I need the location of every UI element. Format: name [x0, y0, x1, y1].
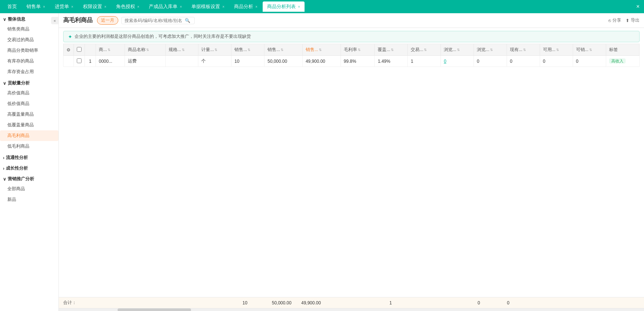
sidebar-item-low-value[interactable]: 低价值商品	[0, 98, 58, 109]
tab-role-close[interactable]: ×	[137, 5, 140, 9]
table-container: ⚙ 商...⇅ 商品名称⇅ 规格...⇅ 计量...⇅ 销售...⇅ 销售...…	[63, 44, 640, 297]
sidebar-item-stocked-goods[interactable]: 有库存的商品	[0, 56, 58, 66]
tab-template-close[interactable]: ×	[222, 5, 224, 9]
col-available-stock[interactable]: 可用...⇅	[540, 44, 573, 56]
tab-role[interactable]: 角色授权 ×	[112, 1, 144, 12]
chevron-right-icon: ›	[3, 155, 4, 160]
tab-product-analysis[interactable]: 商品分析 ×	[230, 1, 262, 12]
info-banner: ✦ 企业的主要的利润都是这部分商品创造的，可考虑加大推广，同时关注库存是不要出现…	[63, 31, 640, 42]
sidebar-item-stock-capital[interactable]: 库存资金占用	[0, 66, 58, 77]
tab-purchase-close[interactable]: ×	[71, 5, 73, 9]
sort-icon-transactions: ⇅	[424, 48, 427, 52]
tab-sales-close[interactable]: ×	[43, 5, 45, 9]
sidebar-item-high-coverage[interactable]: 高覆盖量商品	[0, 109, 58, 120]
select-all-checkbox[interactable]	[77, 47, 82, 52]
sidebar-item-low-coverage[interactable]: 低覆盖量商品	[0, 120, 58, 130]
cell-name: 运费	[125, 56, 165, 67]
tab-product-in[interactable]: 产成品入库单 ×	[144, 1, 186, 12]
col-sales-cost[interactable]: 销售...⇅	[302, 44, 341, 56]
tab-permission[interactable]: 权限设置 ×	[79, 1, 111, 12]
tab-purchase[interactable]: 进货单 ×	[50, 1, 78, 12]
footer-transactions: 1	[386, 300, 416, 305]
sidebar-item-category-rate[interactable]: 商品分类助销率	[0, 45, 58, 56]
tab-template[interactable]: 单据模板设置 ×	[187, 1, 229, 12]
search-input[interactable]	[125, 18, 183, 23]
content-header: 高毛利商品 近一月 🔍 ⎋ 分享 ⬆ 导出	[59, 13, 644, 28]
bottom-scrollbar[interactable]	[59, 308, 644, 311]
footer-sales-qty: 10	[240, 300, 269, 305]
cell-current-stock: 0	[507, 56, 540, 67]
cell-checkbox[interactable]	[74, 56, 85, 67]
sidebar-group-marketing[interactable]: ∨ 营销推广分析	[0, 173, 58, 184]
sidebar-item-all-goods[interactable]: 全部商品	[0, 184, 58, 194]
tab-product-analysis-list-close[interactable]: ×	[298, 5, 300, 9]
cell-spec	[165, 56, 198, 67]
col-code[interactable]: 商...⇅	[96, 44, 125, 56]
sidebar-group-contribution[interactable]: ∨ 贡献量分析	[0, 77, 58, 88]
col-transactions[interactable]: 交易...⇅	[408, 44, 441, 56]
sidebar-group-overall[interactable]: ∨ 整体信息	[0, 13, 58, 24]
cell-sellable: 0	[573, 56, 606, 67]
tab-sales[interactable]: 销售单 ×	[22, 1, 50, 12]
sidebar-item-high-margin[interactable]: 高毛利商品	[0, 130, 58, 141]
header-actions: ⎋ 分享 ⬆ 导出	[608, 17, 640, 23]
main-layout: « ∨ 整体信息 销售类商品 交易过的商品 商品分类助销率 有库存的商品 库存资…	[0, 13, 644, 311]
footer-total: 合计： 10 50,000.00 49,900.00 1 0 0	[59, 297, 644, 308]
col-tag[interactable]: 标签	[606, 44, 639, 56]
cell-sales-qty: 10	[231, 56, 265, 67]
cell-views2: 0	[474, 56, 507, 67]
chevron-down-icon: ∨	[3, 17, 6, 22]
sidebar: « ∨ 整体信息 销售类商品 交易过的商品 商品分类助销率 有库存的商品 库存资…	[0, 13, 59, 311]
cell-code: 0000...	[96, 56, 125, 67]
col-gross-margin[interactable]: 毛利率⇅	[341, 44, 375, 56]
col-sales-qty[interactable]: 销售...⇅	[231, 44, 265, 56]
tab-product-in-close[interactable]: ×	[180, 5, 182, 9]
sort-icon-spec: ⇅	[182, 48, 185, 52]
sidebar-group-liquidity[interactable]: › 流通性分析	[0, 152, 58, 162]
export-button[interactable]: ⬆ 导出	[626, 17, 640, 23]
col-checkbox[interactable]	[74, 44, 85, 56]
close-all-tabs[interactable]: ×	[636, 3, 640, 10]
sort-icon-sales-qty: ⇅	[248, 48, 251, 52]
footer-available-stock: 0	[504, 300, 533, 305]
sidebar-item-low-margin[interactable]: 低毛利商品	[0, 141, 58, 152]
sidebar-item-new-goods[interactable]: 新品	[0, 194, 58, 205]
sort-icon-current-stock: ⇅	[523, 48, 526, 52]
col-sellable[interactable]: 可销...⇅	[573, 44, 606, 56]
top-nav: 首页 销售单 × 进货单 × 权限设置 × 角色授权 × 产成品入库单 × 单据…	[0, 0, 644, 13]
sidebar-item-traded-goods[interactable]: 交易过的商品	[0, 35, 58, 45]
footer-sales-amount: 50,000.00	[269, 300, 298, 305]
tab-product-analysis-close[interactable]: ×	[255, 5, 258, 9]
col-spec[interactable]: 规格...⇅	[165, 44, 198, 56]
sort-icon-gross-margin: ⇅	[358, 48, 361, 52]
col-unit[interactable]: 计量...⇅	[198, 44, 231, 56]
col-sales-amount[interactable]: 销售...⇅	[265, 44, 303, 56]
sort-icon-sellable: ⇅	[589, 48, 592, 52]
tab-product-analysis-list[interactable]: 商品分析列表 ×	[263, 1, 305, 12]
cell-tag: 高收入	[606, 56, 639, 67]
cell-gross-margin: 99.8%	[341, 56, 375, 67]
sort-icon-sales-amount: ⇅	[281, 48, 284, 52]
col-settings[interactable]: ⚙	[64, 44, 74, 56]
col-views2[interactable]: 浏览...⇅	[474, 44, 507, 56]
col-seq	[85, 44, 96, 56]
sidebar-collapse-btn[interactable]: «	[51, 17, 58, 24]
chevron-down-icon-3: ∨	[3, 177, 6, 182]
sidebar-item-high-value[interactable]: 高价值商品	[0, 88, 58, 98]
search-icon[interactable]: 🔍	[185, 18, 190, 23]
col-coverage[interactable]: 覆盖...⇅	[375, 44, 408, 56]
col-name[interactable]: 商品名称⇅	[125, 44, 165, 56]
col-views1[interactable]: 浏览...⇅	[441, 44, 474, 56]
share-icon: ⎋	[608, 18, 611, 23]
col-current-stock[interactable]: 现有...⇅	[507, 44, 540, 56]
sort-icon-views2: ⇅	[490, 48, 493, 52]
footer-current-stock: 0	[475, 300, 504, 305]
scroll-thumb[interactable]	[118, 308, 191, 311]
cell-views1[interactable]: 0	[441, 56, 474, 67]
tab-permission-close[interactable]: ×	[104, 5, 107, 9]
sidebar-item-sales-goods[interactable]: 销售类商品	[0, 24, 58, 35]
tab-home[interactable]: 首页	[3, 1, 21, 12]
filter-recent-month[interactable]: 近一月	[97, 16, 118, 25]
sidebar-group-growth[interactable]: › 成长性分析	[0, 162, 58, 173]
share-button[interactable]: ⎋ 分享	[608, 17, 621, 23]
